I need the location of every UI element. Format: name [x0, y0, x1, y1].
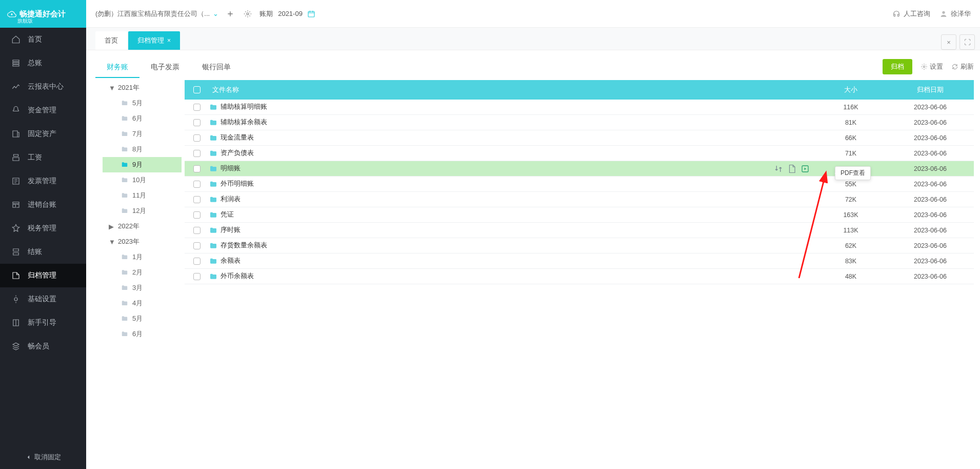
table-row[interactable]: 序时账113K2023-06-06: [185, 223, 974, 238]
row-checkbox[interactable]: [193, 273, 201, 280]
file-name: 辅助核算明细账: [221, 103, 267, 111]
nav-item-4[interactable]: 固定资产: [0, 122, 86, 146]
table-row[interactable]: 外币余额表48K2023-06-06: [185, 269, 974, 284]
row-checkbox[interactable]: [193, 258, 201, 265]
file-date: 2023-06-06: [887, 104, 974, 111]
subtabs-row: 财务账 电子发票 银行回单 归档 设置 刷新: [95, 55, 974, 78]
chevron-down-icon[interactable]: ⌄: [213, 10, 218, 17]
row-checkbox[interactable]: [193, 211, 201, 219]
table-row[interactable]: 余额表83K2023-06-06: [185, 253, 974, 269]
user-menu[interactable]: 徐泽华: [939, 9, 971, 18]
tree-month[interactable]: 10月: [103, 172, 182, 188]
nav-item-10[interactable]: 归档管理: [0, 264, 86, 287]
sidebar-unpin[interactable]: 取消固定: [0, 453, 86, 462]
subtab-einvoice[interactable]: 电子发票: [139, 55, 191, 78]
table-row[interactable]: 辅助核算余额表81K2023-06-06: [185, 115, 974, 130]
tree-month[interactable]: 4月: [103, 296, 182, 311]
file-size: 71K: [815, 150, 887, 157]
subtab-bank[interactable]: 银行回单: [191, 55, 242, 78]
row-actions: [770, 164, 810, 173]
tree-month[interactable]: 2月: [103, 265, 182, 280]
refresh-label: 刷新: [961, 62, 974, 71]
tree-year[interactable]: ▼2021年: [103, 80, 182, 95]
tree-month[interactable]: 7月: [103, 126, 182, 142]
row-checkbox[interactable]: [193, 104, 201, 111]
tree-year[interactable]: ▼2023年: [103, 234, 182, 249]
nav-item-7[interactable]: 进销台账: [0, 193, 86, 217]
row-checkbox[interactable]: [193, 150, 201, 157]
month-label: 3月: [132, 283, 143, 292]
tab-fullscreen[interactable]: ⛶: [959, 34, 975, 50]
tree-month[interactable]: 1月: [103, 249, 182, 265]
period-value[interactable]: 2021-09: [278, 10, 303, 17]
pdf-icon[interactable]: [787, 164, 796, 173]
table-row[interactable]: 现金流量表66K2023-06-06: [185, 130, 974, 146]
tree-month[interactable]: 8月: [103, 142, 182, 157]
row-checkbox[interactable]: [193, 181, 201, 188]
file-size: 55K: [815, 181, 887, 188]
table-row[interactable]: 凭证163K2023-06-06: [185, 207, 974, 223]
checkbox-all[interactable]: [193, 86, 201, 93]
nav-item-8[interactable]: 税务管理: [0, 217, 86, 240]
tree-month[interactable]: 11月: [103, 188, 182, 203]
month-label: 8月: [132, 145, 143, 154]
nav-item-6[interactable]: 发票管理: [0, 169, 86, 193]
file-date: 2023-06-06: [887, 211, 974, 219]
nav-item-11[interactable]: 基础设置: [0, 287, 86, 311]
file-name: 余额表: [221, 257, 241, 265]
table-row[interactable]: 利润表72K2023-06-06: [185, 192, 974, 207]
tree-month[interactable]: 5月: [103, 95, 182, 111]
folder-icon: [121, 146, 128, 153]
row-checkbox[interactable]: [193, 119, 201, 126]
month-label: 6月: [132, 114, 143, 123]
folder-icon: [121, 130, 128, 138]
tree-month[interactable]: 6月: [103, 111, 182, 126]
tree-month[interactable]: 6月: [103, 326, 182, 342]
folder-icon: [209, 242, 217, 250]
row-checkbox[interactable]: [193, 196, 201, 203]
tab-archive[interactable]: 归档管理×: [128, 31, 180, 50]
refresh-button[interactable]: 刷新: [951, 62, 974, 71]
row-checkbox[interactable]: [193, 227, 201, 234]
folder-icon: [209, 165, 217, 173]
tree-year[interactable]: ▶2022年: [103, 219, 182, 234]
archive-button[interactable]: 归档: [883, 59, 912, 74]
file-date: 2023-06-06: [887, 242, 974, 249]
subtab-finance[interactable]: 财务账: [95, 55, 139, 78]
tree-month[interactable]: 9月: [103, 157, 182, 172]
gear-icon[interactable]: [244, 10, 252, 18]
row-checkbox[interactable]: [193, 134, 201, 142]
swap-icon[interactable]: [774, 164, 783, 173]
table-row[interactable]: 存货数量余额表62K2023-06-06: [185, 238, 974, 253]
folder-icon: [121, 115, 128, 122]
tree-month[interactable]: 3月: [103, 280, 182, 296]
nav-item-13[interactable]: 畅会员: [0, 335, 86, 358]
row-checkbox[interactable]: [193, 242, 201, 249]
nav-item-0[interactable]: 首页: [0, 28, 86, 51]
nav-item-5[interactable]: 工资: [0, 146, 86, 169]
table-row[interactable]: 资产负债表71K2023-06-06: [185, 146, 974, 161]
nav-item-9[interactable]: 结账: [0, 240, 86, 264]
nav-item-1[interactable]: 总账: [0, 51, 86, 75]
month-label: 11月: [132, 191, 146, 200]
settings-button[interactable]: 设置: [921, 62, 943, 71]
file-size: 113K: [815, 227, 887, 234]
nav-icon: [11, 82, 21, 91]
caret-icon: ▶: [109, 223, 114, 230]
company-selector[interactable]: (勿删）江西服宝精品有限责任公司（...: [95, 9, 210, 18]
tree-month[interactable]: 5月: [103, 311, 182, 326]
file-size: 81K: [815, 119, 887, 126]
tree-month[interactable]: 12月: [103, 203, 182, 219]
nav-item-2[interactable]: 云报表中心: [0, 75, 86, 99]
close-icon[interactable]: ×: [167, 37, 171, 44]
tab-home[interactable]: 首页: [95, 31, 127, 50]
nav-item-12[interactable]: 新手引导: [0, 311, 86, 335]
table-row[interactable]: 辅助核算明细账116K2023-06-06: [185, 100, 974, 115]
plus-icon[interactable]: [226, 10, 234, 18]
support-link[interactable]: 人工咨询: [892, 9, 930, 18]
tab-close-all[interactable]: ×: [941, 34, 956, 50]
calendar-icon[interactable]: [307, 10, 315, 18]
row-checkbox[interactable]: [193, 165, 201, 172]
view-icon[interactable]: [801, 164, 810, 173]
nav-item-3[interactable]: 资金管理: [0, 99, 86, 122]
